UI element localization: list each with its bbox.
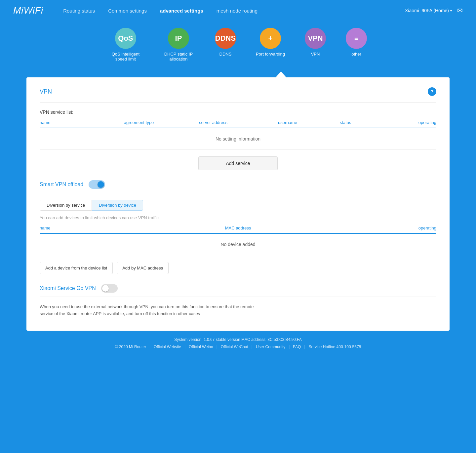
nav-common-settings[interactable]: Common settings [108, 8, 147, 14]
main-content: VPN ? VPN service list: name agreement t… [26, 77, 450, 331]
icon-item-vpn[interactable]: VPN VPN [305, 28, 326, 62]
diversion-hint: You can add devices to limit which devic… [40, 215, 436, 220]
smart-vpn-title: Smart VPN offload [40, 182, 83, 187]
portfwd-label: Port forwarding [256, 52, 285, 57]
header: MiWiFi Routing status Common settings ad… [0, 0, 476, 21]
device-col-name: name [40, 226, 153, 230]
router-name-label: Xiaomi_90FA (Home) [405, 8, 449, 13]
qos-icon-text: QoS [118, 34, 133, 43]
footer-sep-4: | [289, 345, 290, 349]
nav-routing-status[interactable]: Routing status [63, 8, 95, 14]
smart-vpn-section: Smart VPN offload Diversion by service D… [40, 180, 436, 274]
vpn-empty-message: No setting information [40, 128, 436, 150]
icon-item-qos[interactable]: QoS QoS intelligent speed limit [109, 28, 142, 62]
tab-diversion-device[interactable]: Diversion by device [92, 200, 143, 211]
xiaomi-vpn-title: Xiaomi Service Go VPN [40, 285, 96, 291]
vpn-divider [40, 103, 436, 103]
col-header-agreement: agreement type [106, 120, 172, 125]
ddns-label: DDNS [219, 52, 232, 57]
other-label: other [351, 52, 361, 57]
diversion-tabs: Diversion by service Diversion by device [40, 200, 436, 211]
portfwd-icon: + [260, 28, 281, 49]
col-header-operating: operating [370, 120, 436, 125]
vpn-help-icon[interactable]: ? [428, 87, 436, 96]
portfwd-icon-text: + [268, 34, 273, 43]
icons-row: QoS QoS intelligent speed limit IP DHCP … [0, 21, 476, 71]
qos-label: QoS intelligent speed limit [109, 52, 142, 62]
col-header-username: username [255, 120, 321, 125]
xiaomi-vpn-section: Xiaomi Service Go VPN When you need to u… [40, 284, 436, 317]
main-nav: Routing status Common settings advanced … [63, 8, 405, 14]
vpn-label: VPN [311, 52, 320, 57]
footer-user-community[interactable]: User Community [256, 345, 285, 349]
nav-advanced-settings[interactable]: advanced settings [160, 8, 203, 14]
smart-vpn-toggle-thumb [98, 181, 104, 188]
footer-faq[interactable]: FAQ [293, 345, 301, 349]
footer-official-website[interactable]: Official Website [154, 345, 181, 349]
vpn-icon-text: VPN [308, 34, 323, 43]
mail-icon[interactable]: ✉ [457, 7, 463, 15]
other-icon-text: ≡ [354, 34, 359, 43]
chevron-down-icon: ▾ [450, 9, 452, 13]
router-name[interactable]: Xiaomi_90FA (Home) ▾ [405, 8, 452, 13]
add-device-list-button[interactable]: Add a device from the device list [40, 262, 113, 274]
vpn-section: VPN ? VPN service list: name agreement t… [40, 87, 436, 170]
nav-right: Xiaomi_90FA (Home) ▾ ✉ [405, 7, 463, 15]
smart-vpn-toggle-track [89, 180, 105, 189]
device-actions: Add a device from the device list Add by… [40, 262, 436, 274]
ddns-icon-text: DDNS [215, 34, 236, 43]
footer-sep-0: | [149, 345, 150, 349]
icon-item-portfwd[interactable]: + Port forwarding [256, 28, 285, 62]
smart-vpn-header: Smart VPN offload [40, 180, 436, 193]
add-service-button[interactable]: Add service [198, 156, 278, 170]
ddns-icon: DDNS [215, 28, 236, 49]
col-header-server: server address [172, 120, 255, 125]
vpn-title-text: VPN [40, 88, 52, 95]
xiaomi-vpn-description: When you need to use the external networ… [40, 304, 264, 317]
col-header-status: status [321, 120, 370, 125]
footer-copyright: © 2020 Mi Router [115, 345, 146, 349]
footer-system-info: System version: 1.0.67 stable version MA… [13, 337, 463, 342]
vpn-service-list-label: VPN service list: [40, 109, 436, 115]
ip-icon-text: IP [175, 34, 182, 43]
footer-sep-2: | [217, 345, 218, 349]
vpn-icon: VPN [305, 28, 326, 49]
footer-sep-1: | [184, 345, 185, 349]
col-header-name: name [40, 120, 106, 125]
footer-official-weibo[interactable]: Official Weibo [189, 345, 213, 349]
triangle-pointer [276, 71, 286, 77]
pointer-container [0, 71, 476, 77]
add-mac-button[interactable]: Add by MAC address [117, 262, 169, 274]
footer-sep-3: | [252, 345, 253, 349]
icon-item-ip[interactable]: IP DHCP static IP allocation [162, 28, 195, 62]
footer-sep-5: | [304, 345, 305, 349]
vpn-section-title: VPN ? [40, 87, 436, 96]
device-col-mac: MAC address [153, 226, 323, 230]
ip-icon: IP [168, 28, 189, 49]
xiaomi-vpn-toggle-track [101, 284, 118, 293]
nav-mesh-routing[interactable]: mesh node routing [217, 8, 258, 14]
device-table-header: name MAC address operating [40, 226, 436, 234]
footer: System version: 1.0.67 stable version MA… [0, 331, 476, 356]
qos-icon: QoS [115, 28, 136, 49]
icon-item-other[interactable]: ≡ other [346, 28, 367, 62]
logo: MiWiFi [13, 5, 43, 16]
footer-official-wechat[interactable]: Official WeChat [221, 345, 248, 349]
xiaomi-vpn-header: Xiaomi Service Go VPN [40, 284, 436, 297]
xiaomi-vpn-toggle-thumb [102, 285, 109, 292]
footer-hotline[interactable]: Service Hotline 400-100-5678 [309, 345, 361, 349]
xiaomi-vpn-toggle[interactable] [101, 284, 118, 293]
vpn-table-header: name agreement type server address usern… [40, 120, 436, 128]
icon-item-ddns[interactable]: DDNS DDNS [215, 28, 236, 62]
other-icon: ≡ [346, 28, 367, 49]
device-col-operating: operating [323, 226, 436, 230]
smart-vpn-toggle[interactable] [89, 180, 105, 189]
footer-links: © 2020 Mi Router | Official Website | Of… [13, 345, 463, 349]
device-empty-message: No device added [40, 234, 436, 255]
ip-label: DHCP static IP allocation [162, 52, 195, 62]
tab-diversion-service[interactable]: Diversion by service [40, 200, 92, 211]
